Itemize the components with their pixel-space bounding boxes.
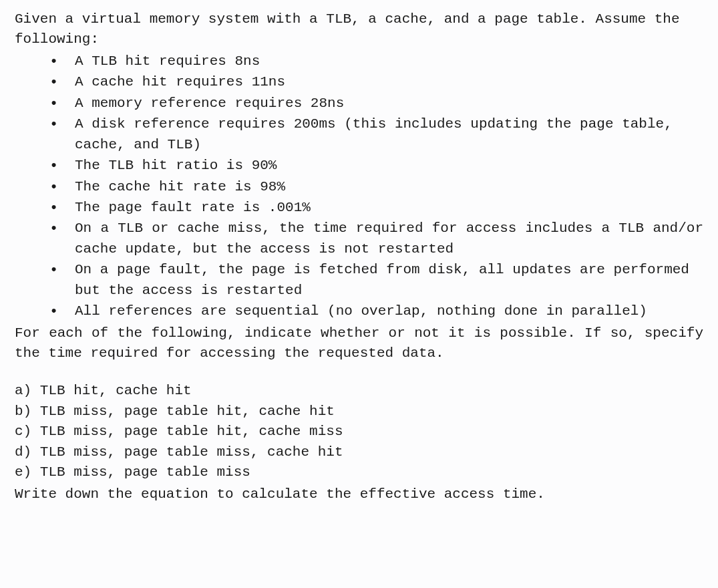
- list-item-text: The TLB hit ratio is 90%: [75, 158, 277, 173]
- question-item: e) TLB miss, page table miss: [15, 462, 703, 482]
- list-item-text: The page fault rate is .001%: [75, 200, 311, 215]
- list-item-text: A TLB hit requires 8ns: [75, 53, 260, 69]
- bullet-icon: •: [49, 156, 58, 177]
- question-item: d) TLB miss, page table miss, cache hit: [15, 442, 703, 462]
- bullet-icon: •: [49, 218, 58, 240]
- list-item-text: A cache hit requires 11ns: [75, 74, 285, 90]
- list-item: • The cache hit rate is 98%: [49, 177, 703, 197]
- list-item: • The page fault rate is .001%: [49, 198, 703, 218]
- bullet-icon: •: [49, 114, 58, 136]
- mid-paragraph: For each of the following, indicate whet…: [15, 323, 703, 364]
- outro-paragraph: Write down the equation to calculate the…: [15, 484, 703, 504]
- list-item-text: On a page fault, the page is fetched fro…: [75, 262, 689, 297]
- bullet-icon: •: [49, 198, 58, 219]
- assumption-list: • A TLB hit requires 8ns • A cache hit r…: [15, 51, 703, 322]
- list-item: • All references are sequential (no over…: [49, 301, 703, 321]
- list-item: • A cache hit requires 11ns: [49, 72, 703, 92]
- list-item: • A disk reference requires 200ms (this …: [49, 114, 703, 155]
- question-item: b) TLB miss, page table hit, cache hit: [15, 402, 703, 422]
- bullet-icon: •: [49, 301, 58, 323]
- bullet-icon: •: [49, 51, 58, 73]
- question-list: a) TLB hit, cache hit b) TLB miss, page …: [15, 381, 703, 482]
- question-item: a) TLB hit, cache hit: [15, 381, 703, 401]
- list-item: • On a TLB or cache miss, the time requi…: [49, 218, 703, 259]
- bullet-icon: •: [49, 177, 58, 198]
- bullet-icon: •: [49, 72, 58, 94]
- list-item: • A memory reference requires 28ns: [49, 94, 703, 114]
- list-item-text: A disk reference requires 200ms (this in…: [75, 116, 673, 152]
- bullet-icon: •: [49, 94, 58, 115]
- list-item: • A TLB hit requires 8ns: [49, 51, 703, 71]
- list-item-text: All references are sequential (no overla…: [75, 303, 647, 319]
- question-item: c) TLB miss, page table hit, cache miss: [15, 422, 703, 442]
- bullet-icon: •: [49, 260, 58, 281]
- list-item-text: On a TLB or cache miss, the time require…: [75, 220, 703, 256]
- list-item-text: The cache hit rate is 98%: [75, 179, 285, 194]
- list-item: • On a page fault, the page is fetched f…: [49, 260, 703, 301]
- list-item: • The TLB hit ratio is 90%: [49, 156, 703, 176]
- intro-paragraph: Given a virtual memory system with a TLB…: [15, 9, 703, 50]
- list-item-text: A memory reference requires 28ns: [75, 96, 344, 111]
